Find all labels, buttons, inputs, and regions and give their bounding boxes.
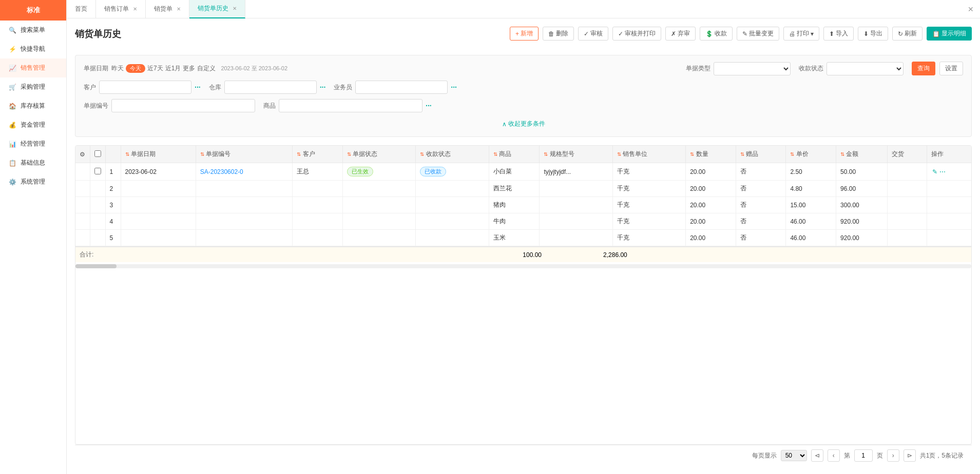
col-qty[interactable]: ⇅ 数量 — [686, 146, 736, 163]
select-all-checkbox[interactable] — [94, 150, 101, 157]
tab-home[interactable]: 首页 — [67, 0, 96, 18]
shortcut-yesterday[interactable]: 昨天 — [111, 64, 124, 73]
pagination-last[interactable]: ⊳ — [904, 449, 916, 462]
cell-date — [121, 197, 196, 213]
col-unit[interactable]: ⇅ 销售单位 — [612, 146, 685, 163]
show-detail-button[interactable]: 📋 显示明细 — [927, 27, 972, 41]
per-page-select[interactable]: 50 100 200 — [781, 450, 807, 461]
sidebar-item-basic-info[interactable]: 📋 基础信息 — [0, 153, 66, 172]
pagination-first[interactable]: ⊲ — [811, 449, 823, 462]
customer-input[interactable] — [99, 81, 191, 94]
import-icon: ⬆ — [829, 30, 834, 37]
audit-button[interactable]: ✓ 审核 — [578, 27, 608, 41]
doc-type-select[interactable] — [714, 62, 791, 75]
cell-unit: 千克 — [612, 197, 685, 213]
collapse-icon: ∧ — [502, 121, 507, 128]
shortcut-more[interactable]: 更多 — [183, 64, 195, 73]
col-doc-date[interactable]: ⇅ 单据日期 — [121, 146, 196, 163]
col-checkbox[interactable] — [90, 146, 105, 163]
col-action: 操作 — [927, 146, 971, 163]
refresh-button[interactable]: ↻ 刷新 — [892, 27, 923, 41]
sidebar-item-inventory[interactable]: 🏠 库存核算 — [0, 96, 66, 115]
col-doc-status[interactable]: ⇅ 单据状态 — [342, 146, 415, 163]
cell-paystatus — [416, 181, 489, 197]
cell-date — [121, 230, 196, 246]
sidebar-item-label: 库存核算 — [21, 102, 45, 110]
table-row[interactable]: 2西兰花千克20.00否4.8096.00 — [75, 181, 971, 197]
col-gear[interactable]: ⚙ — [75, 146, 90, 163]
tab-sales-goods-close[interactable]: ✕ — [177, 6, 181, 12]
col-unit-price[interactable]: ⇅ 单价 — [786, 146, 836, 163]
sidebar-item-sales-mgmt[interactable]: 📈 销售管理 — [0, 58, 66, 77]
cell-exchange — [888, 181, 927, 197]
pagination-prev[interactable]: ‹ — [828, 449, 840, 462]
filter-row-3: 单据编号 商品 ··· — [84, 99, 963, 112]
sidebar-item-system-mgmt[interactable]: ⚙️ 系统管理 — [0, 172, 66, 191]
sort-icon: ⇅ — [297, 151, 301, 157]
receive-button[interactable]: 💲 收款 — [700, 27, 733, 41]
table-row[interactable]: 12023-06-02SA-20230602-0王总已生效已收款小白菜tyjyj… — [75, 163, 971, 181]
sidebar-item-operations[interactable]: 📊 经营管理 — [0, 134, 66, 153]
col-pay-status[interactable]: ⇅ 收款状态 — [416, 146, 489, 163]
goods-input[interactable] — [279, 99, 422, 112]
goods-ellipsis[interactable]: ··· — [426, 102, 432, 110]
import-button[interactable]: ⬆ 导入 — [823, 27, 854, 41]
current-page-input[interactable] — [854, 449, 873, 462]
sidebar-item-label: 搜索菜单 — [21, 26, 45, 34]
batch-change-button[interactable]: ✎ 批量变更 — [737, 27, 779, 41]
add-button[interactable]: + 新增 — [510, 27, 539, 41]
col-spec[interactable]: ⇅ 规格型号 — [540, 146, 612, 163]
horizontal-scrollbar[interactable] — [75, 264, 971, 268]
print-icon: 🖨 — [789, 30, 795, 37]
page-label-2: 页 — [877, 451, 883, 460]
tab-sales-history-close[interactable]: ✕ — [233, 6, 237, 11]
cell-gift: 否 — [736, 197, 786, 213]
print-button[interactable]: 🖨 打印 ▾ — [783, 27, 819, 41]
abandon-button[interactable]: ✗ 弃审 — [665, 27, 696, 41]
cell-action — [927, 213, 971, 230]
shortcut-1month[interactable]: 近1月 — [165, 64, 181, 73]
sort-icon: ⇅ — [617, 151, 621, 157]
sidebar-item-label: 快捷导航 — [21, 45, 45, 53]
col-goods[interactable]: ⇅ 商品 — [489, 146, 540, 163]
salesperson-input[interactable] — [355, 81, 448, 94]
sidebar-item-finance[interactable]: 💰 资金管理 — [0, 115, 66, 134]
cell-checkbox — [90, 197, 105, 213]
table-row[interactable]: 5玉米千克20.00否46.00920.00 — [75, 230, 971, 246]
filter-collapse[interactable]: ∧ 收起更多条件 — [84, 117, 963, 130]
table-row[interactable]: 3猪肉千克20.00否15.00300.00 — [75, 197, 971, 213]
salesperson-ellipsis[interactable]: ··· — [451, 83, 457, 91]
audit-print-button[interactable]: ✓ 审核并打印 — [612, 27, 661, 41]
sidebar-item-quick-nav[interactable]: ⚡ 快捷导航 — [0, 40, 66, 58]
col-amount[interactable]: ⇅ 金额 — [836, 146, 888, 163]
warehouse-ellipsis[interactable]: ··· — [320, 83, 326, 91]
sidebar-item-purchase-mgmt[interactable]: 🛒 采购管理 — [0, 77, 66, 96]
query-button[interactable]: 查询 — [912, 62, 935, 75]
settings-button[interactable]: 设置 — [939, 62, 963, 75]
col-doc-no[interactable]: ⇅ 单据编号 — [196, 146, 293, 163]
doc-no-input[interactable] — [111, 99, 255, 112]
table-row[interactable]: 4牛肉千克20.00否46.00920.00 — [75, 213, 971, 230]
warehouse-input[interactable] — [224, 81, 317, 94]
tab-bar-close[interactable]: ✕ — [962, 5, 980, 13]
tab-sales-goods[interactable]: 销货单 ✕ — [146, 0, 189, 18]
col-customer[interactable]: ⇅ 客户 — [293, 146, 343, 163]
sidebar-item-label: 采购管理 — [21, 83, 45, 91]
shortcut-7days[interactable]: 近7天 — [147, 64, 163, 73]
payment-status-select[interactable] — [827, 62, 904, 75]
delete-button[interactable]: 🗑 删除 — [543, 27, 574, 41]
cell-customer — [293, 181, 343, 197]
table-container: ⚙ ⇅ 单据日期 ⇅ 单据编号 ⇅ 客户 ⇅ 单据状态 ⇅ 收款状态 ⇅ 商品 … — [75, 145, 972, 445]
scrollbar-thumb[interactable] — [75, 264, 117, 268]
tab-sales-order-close[interactable]: ✕ — [133, 6, 137, 12]
export-button[interactable]: ⬇ 导出 — [858, 27, 888, 41]
cell-unitprice: 46.00 — [786, 230, 836, 246]
pagination-next[interactable]: › — [887, 449, 899, 462]
customer-ellipsis[interactable]: ··· — [195, 83, 201, 91]
tab-sales-order[interactable]: 销售订单 ✕ — [96, 0, 146, 18]
tab-sales-history[interactable]: 销货单历史 ✕ — [189, 0, 245, 18]
shortcut-today[interactable]: 今天 — [126, 64, 145, 73]
col-gift[interactable]: ⇅ 赠品 — [736, 146, 786, 163]
sidebar-item-search-menu[interactable]: 🔍 搜索菜单 — [0, 21, 66, 40]
shortcut-custom[interactable]: 自定义 — [197, 64, 216, 73]
